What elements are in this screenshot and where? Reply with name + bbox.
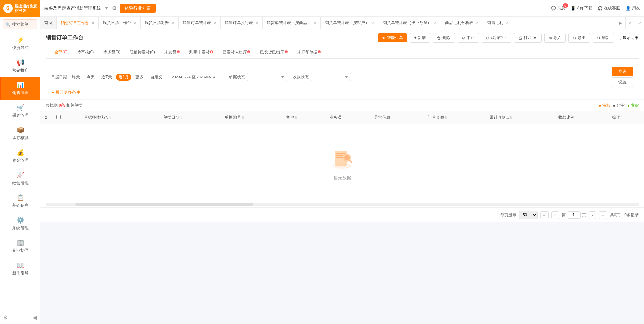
sort-customer[interactable]: 客户 ⇅ [286,115,321,120]
date-today[interactable]: 今天 [84,74,97,81]
tab-close-cash-reconcile[interactable]: ✕ [172,21,174,25]
sort-status[interactable]: 单据整体状态 ⇅ [84,115,155,120]
sidebar-item-marketing[interactable]: 📢 营销推广 [0,55,40,77]
sub-tab-wangpu-pending[interactable]: 旺铺待发货(0) [125,47,160,58]
sub-tab-pending-review[interactable]: 待审核(0) [72,47,99,58]
sidebar-item-guide[interactable]: 📖 新手引导 [0,257,40,280]
scrollbar-thumb[interactable] [75,203,253,206]
tab-sales-order[interactable]: 销售订单工作台 ✕ [57,17,99,29]
export-button[interactable]: ⊖ 导出 [568,33,590,43]
sidebar-item-quick-nav[interactable]: ⚡ 快捷导航 [0,32,40,55]
cancel-stop-button[interactable]: ⊙ 取消中止 [482,33,511,43]
sub-tab-shipped-not-out[interactable]: 已发货未出库❶ [218,47,255,58]
sub-tab-shipped-out[interactable]: 已发货已出库❶ [255,47,293,58]
sidebar-item-purchase[interactable]: 🛒 采购管理 [0,100,40,122]
tab-sales-summary-product[interactable]: 销货单统计表（按商品） ✕ [263,17,321,29]
sidebar-item-system[interactable]: ⚙️ 系统管理 [0,212,40,235]
tab-overflow-button[interactable]: ▶ [616,17,625,29]
sort-collected[interactable]: 累计收款... ⇅ [489,115,550,120]
ship-action-button[interactable]: ● 发货 [627,103,639,108]
tab-close-all-button[interactable]: ✕ [625,17,635,29]
tab-close-cash-daily[interactable]: ✕ [134,21,136,25]
sidebar-item-operations[interactable]: 📈 经营管理 [0,167,40,190]
last-page-button[interactable]: » [599,211,607,219]
tab-sales-stat[interactable]: 销售订单统计表 ✕ [179,17,221,29]
experience-button[interactable]: 体验行业方案 [120,4,156,13]
sidebar-item-finance[interactable]: 💰 资金管理 [0,145,40,167]
sub-tab-pending-inspect[interactable]: 待拣货(0) [98,47,125,58]
online-service-button[interactable]: 🎧 在线客服 [598,5,620,11]
review-dot: ● [599,103,601,108]
tab-close-sales-summary-staff[interactable]: ✕ [434,21,437,25]
add-button[interactable]: + 新增 [410,33,430,43]
app-download-button[interactable]: 📱 App下载 [571,5,592,11]
page-number-input[interactable] [567,211,581,219]
prev-page-button[interactable]: ‹ [551,211,559,219]
sub-tab-not-shipped[interactable]: 未发货❶ [160,47,185,58]
tab-close-sales-summary-product[interactable]: ✕ [314,21,316,25]
tab-home[interactable]: 首页 [40,17,57,29]
tab-close-sales-exec[interactable]: ✕ [256,21,258,25]
query-button[interactable]: 查询 [612,67,633,76]
user-menu-button[interactable]: 👤 用友 [626,5,640,11]
tab-maximize-button[interactable]: ⤢ [635,17,644,29]
tab-close-sales-stat[interactable]: ✕ [214,21,216,25]
sort-amount[interactable]: 订单金额 ⇅ [428,115,481,120]
sidebar-item-basic-info[interactable]: 📋 基础信息 [0,190,40,212]
tab-cash-reconcile[interactable]: 钱货日清对账 ✕ [141,17,179,29]
sidebar-collapse-button[interactable]: ◀ [33,314,37,321]
search-icon: 🔍 [6,22,11,27]
sub-tab-not-printed[interactable]: 未打印单据❶ [293,47,326,58]
tab-gross-profit[interactable]: 商品毛利分析表 ✕ [441,17,483,29]
tab-sales-summary-staff[interactable]: 销货单统计表（按业务员） ✕ [379,17,441,29]
date-last7[interactable]: 近7天 [99,74,115,81]
next-page-button[interactable]: › [589,211,596,219]
stop-button[interactable]: ⊘ 中止 [458,33,479,43]
page-size-select[interactable]: 10 20 50 100 [519,211,538,219]
topbar-settings-icon[interactable]: ⚙ [112,5,117,11]
date-yesterday[interactable]: 昨天 [69,74,83,81]
show-details-checkbox[interactable] [617,36,621,40]
sort-date[interactable]: 单据日期 ⇅ [163,115,217,120]
tab-close-sales-summary-customer[interactable]: ✕ [372,21,375,25]
th-customer: 客户 ⇅ [282,111,325,124]
status-select[interactable] [247,73,287,81]
date-last-month[interactable]: 近1月 [116,74,132,81]
tab-cash-daily[interactable]: 钱货日清工作台 ✕ [99,17,141,29]
tab-sales-fee[interactable]: 销售毛利 ✕ [483,17,513,29]
search-menu-button[interactable]: 🔍 搜索菜单 [3,19,37,29]
scrollbar-track[interactable] [46,203,639,206]
refresh-button[interactable]: ↺ 刷新 [593,33,614,43]
sub-tab-overdue-not-shipped[interactable]: 到期未发货❶ [185,47,218,58]
expand-filter-button[interactable]: ▼ 展开更多条件 [51,90,633,95]
tab-close-sales-fee[interactable]: ✕ [506,21,509,25]
collection-select[interactable] [311,73,351,81]
date-custom[interactable]: 自定义 [147,74,165,81]
tab-sales-exec[interactable]: 销售订单执行表 ✕ [221,17,263,29]
sidebar-item-inventory[interactable]: 📦 库存核算 [0,122,40,145]
tab-sales-summary-customer[interactable]: 销货单统计表（按客户） ✕ [321,17,379,29]
review-action-button[interactable]: ● 审核 [599,103,610,108]
delete-button[interactable]: 🗑 删除 [433,33,455,43]
sidebar-settings-button[interactable]: ⚙ [3,314,8,321]
sidebar-item-enterprise[interactable]: 🏢 企业协同 [0,235,40,257]
settings-icon[interactable]: ⚙ [44,115,48,120]
tab-close-gross-profit[interactable]: ✕ [476,21,479,25]
select-all-checkbox[interactable] [56,115,61,119]
date-more[interactable]: 更多 [133,74,146,81]
import-button[interactable]: ⊕ 导入 [544,33,566,43]
sub-tab-all[interactable]: 全部(0) [50,47,72,58]
unreviewed-action-button[interactable]: ● 弃审 [613,103,625,108]
print-button[interactable]: 🖨 打印 ▼ [514,33,542,43]
content-area: 销售订单工作台 ★ 智能生单 + 新增 🗑 删除 ⊘ 中止 [40,29,644,324]
sort-number[interactable]: 单据编号 ⇅ [225,115,278,120]
headset-icon: 🎧 [598,6,603,11]
sidebar-item-sales[interactable]: 📊 销售管理 [0,77,40,100]
message-button[interactable]: 💬 消息 6 [551,5,565,11]
smart-generate-button[interactable]: ★ 智能生单 [378,33,407,42]
tab-close-sales-order[interactable]: ✕ [92,21,94,25]
ship-dot: ● [627,103,630,108]
first-page-button[interactable]: « [540,211,549,219]
stop-icon: ⊘ [462,36,465,40]
filter-setting-button[interactable]: 设置 [612,77,633,87]
